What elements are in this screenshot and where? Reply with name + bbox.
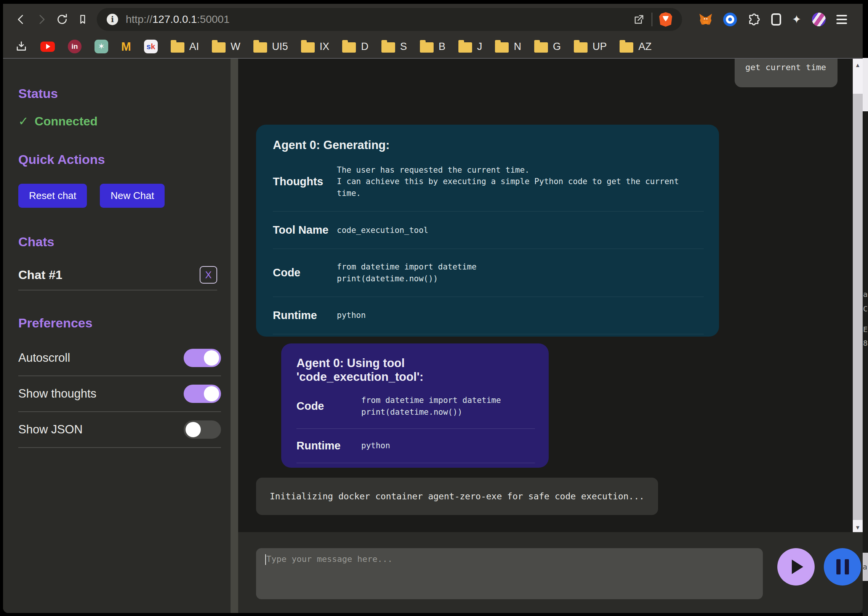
bookmark-chatgpt-icon[interactable]: ✶ — [94, 40, 108, 53]
menu-hamburger-icon[interactable] — [836, 15, 847, 24]
runtime-label: Runtime — [296, 440, 361, 452]
back-button[interactable] — [11, 9, 31, 30]
bookmark-icon — [77, 14, 88, 25]
quick-actions-heading: Quick Actions — [18, 152, 231, 167]
bookmark-folder-label: B — [439, 41, 445, 53]
bookmark-folder[interactable]: B — [420, 40, 445, 53]
chat-scrollbar[interactable]: ▲ ▼ — [853, 59, 863, 532]
edge-glyph: 8 — [863, 338, 868, 348]
share-icon[interactable] — [633, 14, 645, 25]
folder-icon — [212, 42, 226, 53]
extension-area: ✦ — [699, 13, 847, 26]
bookmark-folder[interactable]: G — [534, 40, 561, 53]
chats-heading: Chats — [18, 234, 231, 249]
tool-name-value: code_execution_tool — [337, 225, 704, 236]
code-label: Code — [273, 266, 337, 279]
pref-row-autoscroll: Autoscroll — [18, 340, 221, 376]
scrollbar-down-arrow[interactable]: ▼ — [853, 524, 863, 531]
autoscroll-toggle[interactable] — [184, 349, 221, 367]
folder-icon — [301, 42, 315, 53]
chat-list-item[interactable]: Chat #1 X — [18, 266, 217, 284]
reload-button[interactable] — [52, 9, 72, 30]
bookmark-folder[interactable]: AZ — [620, 40, 652, 53]
thoughts-line: The user has requested the current time. — [337, 165, 530, 175]
edge-fragment-box: a — [863, 553, 868, 581]
bookmark-folder[interactable]: S — [381, 40, 407, 53]
code-row: Code from datetime import datetime print… — [273, 249, 704, 297]
bookmark-youtube-icon[interactable] — [40, 42, 55, 52]
card-title: Agent 0: Using tool 'code_execution_tool… — [296, 356, 535, 384]
bookmark-m-icon[interactable]: M — [121, 41, 131, 53]
folder-icon — [171, 42, 184, 53]
metamask-icon[interactable] — [699, 13, 713, 26]
forward-icon — [35, 13, 48, 26]
send-button[interactable] — [777, 548, 815, 586]
show-thoughts-toggle[interactable] — [184, 385, 221, 403]
bookmarks-bar: in ✶ M sk AI W UI5 IX D S B J N — [3, 35, 863, 58]
bookmark-folder-label: J — [477, 41, 482, 53]
bookmark-folder[interactable]: IX — [301, 40, 330, 53]
code-line: print(datetime.now()) — [337, 274, 438, 283]
message-input[interactable]: Type your message here... — [256, 548, 763, 599]
scrollbar-up-arrow[interactable]: ▲ — [853, 62, 863, 68]
bookmark-folder-label: UI5 — [272, 41, 288, 53]
edge-glyph: a — [863, 290, 868, 299]
downloads-icon[interactable] — [15, 40, 27, 53]
url-text: http://127.0.0.1:50001 — [126, 13, 229, 26]
pref-label: Show thoughts — [18, 387, 96, 401]
chat-main: get current time Agent 0: Generating: Th… — [238, 59, 863, 613]
bookmark-folder[interactable]: J — [458, 40, 482, 53]
bookmark-folder[interactable]: UP — [574, 40, 607, 53]
profile-avatar-icon[interactable] — [812, 13, 826, 26]
code-label: Code — [296, 400, 361, 412]
toggle-knob — [204, 386, 219, 401]
forward-button[interactable] — [31, 9, 52, 30]
site-info-icon[interactable]: i — [107, 14, 118, 25]
runtime-value: python — [337, 310, 704, 321]
bookmark-folder[interactable]: AI — [171, 40, 199, 53]
card-title: Agent 0: Generating: — [273, 138, 704, 152]
folder-icon — [458, 42, 472, 53]
edge-glyph: E — [863, 325, 868, 334]
text-cursor — [265, 554, 266, 565]
reload-icon — [56, 13, 69, 26]
bookmarks-folders: AI W UI5 IX D S B J N G UP — [171, 40, 652, 53]
sidebar-divider — [231, 59, 238, 613]
reset-chat-button[interactable]: Reset chat — [18, 184, 87, 208]
leo-ai-sparkle-icon[interactable]: ✦ — [792, 14, 801, 25]
thoughts-line: I can achieve this by executing a simple… — [337, 177, 679, 197]
coinbase-wallet-icon[interactable] — [723, 13, 737, 26]
agent-generating-card: Agent 0: Generating: Thoughts The user h… — [256, 125, 719, 337]
thoughts-label: Thoughts — [273, 175, 337, 188]
bookmark-folder-label: AZ — [638, 41, 652, 53]
bookmark-sk-icon[interactable]: sk — [144, 40, 158, 53]
show-json-toggle[interactable] — [184, 420, 221, 439]
tool-name-label: Tool Name — [273, 224, 337, 236]
bookmark-folder[interactable]: N — [495, 40, 521, 53]
code-line: from datetime import datetime — [337, 262, 477, 271]
runtime-label: Runtime — [273, 309, 337, 322]
folder-icon — [495, 42, 509, 53]
scrollbar-thumb[interactable] — [853, 94, 863, 520]
bookmark-folder[interactable]: W — [212, 40, 240, 53]
message-input-panel: Type your message here... — [238, 532, 863, 613]
bookmark-folder[interactable]: D — [342, 40, 368, 53]
bookmark-linkedin-icon[interactable]: in — [68, 40, 82, 53]
folder-icon — [620, 42, 633, 53]
chat-close-button[interactable]: X — [200, 266, 217, 284]
brave-rewards-icon[interactable] — [659, 12, 672, 27]
folder-icon — [534, 42, 548, 53]
chat-history: get current time Agent 0: Generating: Th… — [238, 59, 863, 532]
input-placeholder: Type your message here... — [266, 554, 392, 564]
address-bar[interactable]: i http://127.0.0.1:50001 — [97, 8, 682, 31]
check-icon: ✓ — [18, 114, 29, 128]
pause-button[interactable] — [824, 548, 861, 586]
bookmark-button[interactable] — [72, 9, 93, 30]
extensions-puzzle-icon[interactable] — [748, 13, 761, 26]
bookmark-folder[interactable]: UI5 — [253, 40, 288, 53]
new-chat-button[interactable]: New Chat — [100, 184, 165, 208]
sidebar-toggle-icon[interactable] — [771, 13, 781, 26]
screenshot-root: i http://127.0.0.1:50001 — [0, 0, 868, 616]
pause-icon — [836, 559, 841, 574]
toggle-knob — [204, 350, 219, 366]
